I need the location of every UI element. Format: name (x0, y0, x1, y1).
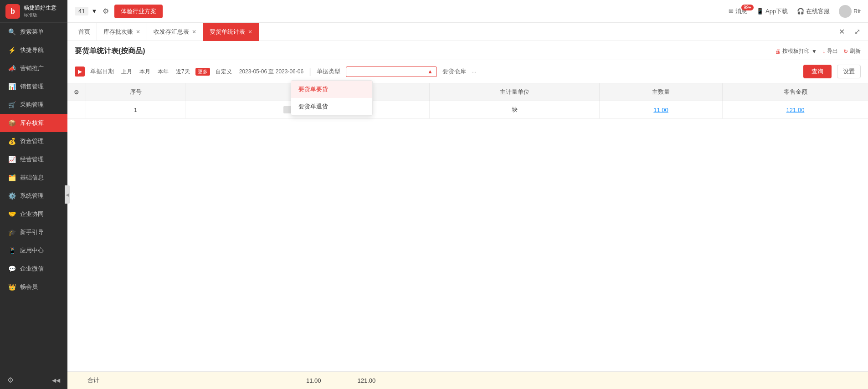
tab-home[interactable]: 首页 (72, 23, 97, 41)
table-footer: 合计 11.00 121.00 (67, 371, 868, 389)
footer-amount: 121.00 (358, 377, 376, 384)
message-icon: ✉ (729, 8, 734, 15)
tab-inventory-batch-close[interactable]: ✕ (136, 29, 140, 35)
export-icon: ↓ (822, 48, 825, 55)
tab-close-all[interactable]: ✕ (835, 26, 848, 38)
app-name: 畅捷通好生意 标准版 (24, 5, 56, 18)
sidebar-item-guide[interactable]: 🎓 新手引导 (0, 223, 67, 241)
table-row: 1 块 11.00 121.00 (67, 101, 868, 119)
sidebar-item-vip[interactable]: 👑 畅会员 (0, 278, 67, 296)
app-download-icon: 📱 (756, 8, 764, 15)
tab-bar: 首页 库存批次账 ✕ 收发存汇总表 ✕ 要货单统计表 ✕ ✕ ⤢ (67, 23, 868, 41)
table-header-settings[interactable]: ⚙ (67, 83, 86, 101)
sidebar-item-operations[interactable]: 📈 经营管理 (0, 150, 67, 169)
sidebar-item-marketing[interactable]: 📣 营销推广 (0, 59, 67, 77)
operations-icon: 📈 (7, 155, 16, 164)
print-button[interactable]: 🖨 按模板打印 ▼ (775, 47, 817, 55)
top-header: 41 ▼ ⚙ 体验行业方案 ✉ 消息 99+ 📱 App下载 🎧 在线客服 R (67, 0, 868, 23)
tab-receivables-close[interactable]: ✕ (192, 29, 196, 35)
date-shortcuts: 上月 本月 本年 近7天 更多 自定义 (119, 67, 234, 77)
filter-divider: | (309, 67, 311, 77)
table-cell-unit: 块 (430, 101, 600, 119)
date-last-7days[interactable]: 近7天 (174, 67, 192, 77)
sidebar-item-sales[interactable]: 📊 销售管理 (0, 77, 67, 96)
vip-icon: 👑 (7, 282, 16, 292)
filter-expand-button[interactable]: ▶ (75, 67, 85, 77)
wechat-icon: 💬 (7, 264, 16, 273)
table-cell-quantity: 11.00 (600, 101, 723, 119)
avatar (839, 5, 852, 18)
messages-button[interactable]: ✉ 消息 99+ (729, 7, 747, 15)
date-this-year[interactable]: 本年 (156, 67, 170, 77)
table-wrapper: ⚙ 序号 商品 主计量单位 主数量 零售金额 1 (67, 83, 868, 371)
date-custom-button[interactable]: 自定义 (214, 67, 234, 77)
date-range-display: 2023-05-06 至 2023-06-06 (239, 68, 303, 76)
refresh-icon: ↻ (843, 48, 848, 55)
filter-settings-button[interactable]: 设置 (837, 65, 861, 78)
type-filter-arrow-icon[interactable]: ▲ (427, 68, 433, 75)
purchase-icon: 🛒 (7, 100, 16, 109)
tab-inventory-batch[interactable]: 库存批次账 ✕ (97, 23, 147, 41)
header-settings-icon[interactable]: ⚙ (103, 7, 109, 15)
sidebar-item-wechat[interactable]: 💬 企业微信 (0, 260, 67, 278)
sidebar-collapse-icon[interactable]: ◀◀ (52, 377, 60, 384)
footer-numbers: 11.00 121.00 (306, 377, 375, 384)
date-last-month[interactable]: 上月 (119, 67, 134, 77)
marketing-icon: 📣 (7, 64, 16, 73)
enterprise-icon: 🤝 (7, 210, 16, 219)
sidebar-collapse-handle[interactable]: ◀ (65, 185, 70, 204)
type-filter-input-wrapper[interactable]: ▲ (346, 67, 437, 77)
page-actions: 🖨 按模板打印 ▼ ↓ 导出 ↻ 刷新 (775, 47, 861, 55)
tab-order-stats-close[interactable]: ✕ (248, 29, 252, 35)
table-cell-amount: 121.00 (723, 101, 868, 119)
date-filter-label: 单据日期 (90, 67, 114, 76)
data-table: ⚙ 序号 商品 主计量单位 主数量 零售金额 1 (67, 83, 868, 119)
sidebar-settings-icon[interactable]: ⚙ (7, 376, 14, 384)
type-dropdown: 要货单要货 要货单退货 (291, 80, 373, 116)
header-right: ✉ 消息 99+ 📱 App下载 🎧 在线客服 Rit (729, 5, 861, 18)
warehouse-filter-label: 要货仓库 (442, 67, 466, 76)
table-header-quantity: 主数量 (600, 83, 723, 101)
table-cell-index: 1 (86, 101, 185, 119)
inventory-icon: 📦 (7, 118, 16, 128)
sidebar-bottom: ⚙ ◀◀ (0, 371, 67, 389)
export-button[interactable]: ↓ 导出 (822, 47, 838, 55)
online-service-button[interactable]: 🎧 在线客服 (797, 7, 830, 15)
page-header: 要货单统计表(按商品) 🖨 按模板打印 ▼ ↓ 导出 ↻ 刷新 (67, 41, 868, 60)
quick-nav-icon: ⚡ (7, 46, 16, 55)
sidebar-item-app-center[interactable]: 📱 应用中心 (0, 241, 67, 260)
type-filter-label: 单据类型 (317, 67, 340, 76)
tab-expand[interactable]: ⤢ (851, 26, 863, 38)
type-filter-input[interactable] (350, 68, 427, 75)
refresh-button[interactable]: ↻ 刷新 (843, 47, 861, 55)
system-icon: ⚙️ (7, 191, 16, 200)
sidebar-item-inventory[interactable]: 📦 库存核算 (0, 114, 67, 132)
base-icon: 🗂️ (7, 173, 16, 182)
app-center-icon: 📱 (7, 246, 16, 255)
trial-button[interactable]: 体验行业方案 (114, 5, 163, 18)
sidebar-item-quick-nav[interactable]: ⚡ 快捷导航 (0, 41, 67, 59)
print-icon: 🖨 (775, 48, 781, 55)
tab-receivables-summary[interactable]: 收发存汇总表 ✕ (147, 23, 203, 41)
sidebar-item-system[interactable]: ⚙️ 系统管理 (0, 187, 67, 205)
dropdown-item-order-return[interactable]: 要货单退货 (291, 98, 372, 115)
app-download-button[interactable]: 📱 App下载 (756, 7, 788, 15)
header-left: 41 ▼ ⚙ 体验行业方案 (75, 5, 163, 18)
print-dropdown-icon: ▼ (812, 48, 817, 55)
tab-order-stats[interactable]: 要货单统计表 ✕ (203, 23, 259, 41)
user-avatar-area[interactable]: Rit (839, 5, 861, 18)
sidebar-logo: b 畅捷通好生意 标准版 (0, 0, 67, 23)
date-this-month[interactable]: 本月 (138, 67, 152, 77)
table-cell-empty (67, 101, 86, 119)
store-selector[interactable]: 41 ▼ (75, 7, 97, 15)
query-button[interactable]: 查询 (803, 65, 832, 78)
sidebar-item-enterprise[interactable]: 🤝 企业协同 (0, 205, 67, 223)
guide-icon: 🎓 (7, 228, 16, 237)
sidebar-item-purchase[interactable]: 🛒 采购管理 (0, 96, 67, 114)
date-more-button[interactable]: 更多 (195, 68, 210, 76)
dropdown-item-order-goods[interactable]: 要货单要货 (291, 81, 372, 98)
sidebar-item-base[interactable]: 🗂️ 基础信息 (0, 169, 67, 187)
sidebar-item-finance[interactable]: 💰 资金管理 (0, 132, 67, 150)
sidebar-item-search[interactable]: 🔍 搜索菜单 (0, 23, 67, 41)
warehouse-filter-dots[interactable]: ··· (472, 68, 477, 75)
